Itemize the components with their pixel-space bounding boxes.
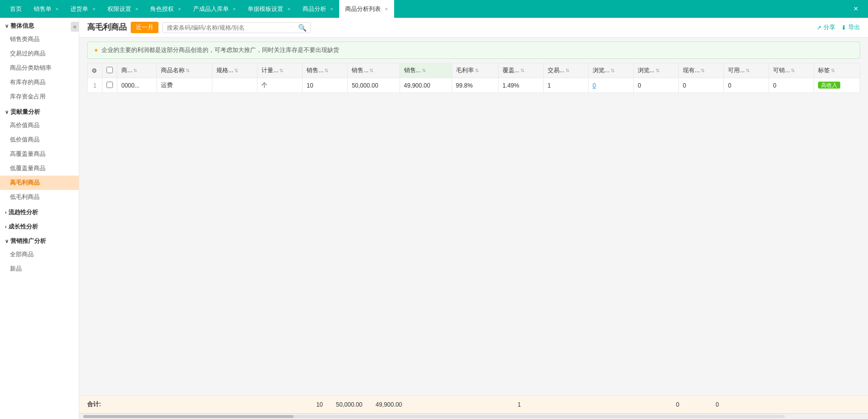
sidebar-item-new-goods[interactable]: 新品 bbox=[0, 262, 79, 276]
search-box: 🔍 bbox=[162, 22, 311, 33]
scrollbar-thumb[interactable] bbox=[83, 415, 294, 418]
row-transactions: 1 bbox=[543, 78, 588, 93]
chevron-right-icon: › bbox=[5, 224, 6, 230]
footer-cells: 10 50,000.00 49,900.00 1 0 0 bbox=[109, 401, 860, 408]
footer-saleable-stock: 0 bbox=[683, 401, 723, 408]
th-sales-qty[interactable]: 销售...⇅ bbox=[303, 63, 348, 78]
share-icon: ↗ bbox=[817, 24, 821, 31]
search-input[interactable] bbox=[167, 24, 298, 31]
nav-sales-order[interactable]: 销售单 × bbox=[28, 0, 64, 18]
th-views2[interactable]: 浏览...⇅ bbox=[633, 63, 678, 78]
row-coverage: 1.49% bbox=[498, 78, 543, 93]
info-icon: ✦ bbox=[94, 47, 99, 54]
nav-role-auth[interactable]: 角色授权 × bbox=[144, 0, 187, 18]
nav-close-icon[interactable]: × bbox=[55, 6, 58, 12]
table-header-row: ⚙ 商...⇅ 商品名称⇅ 规格...⇅ 计量...⇅ 销售...⇅ 销售...… bbox=[88, 63, 860, 78]
sidebar-item-high-value[interactable]: 高价值商品 bbox=[0, 118, 79, 133]
nav-close-icon[interactable]: × bbox=[92, 6, 95, 12]
main-layout: « ∨ 整体信息 销售类商品 交易过的商品 商品分类助销率 有库存的商品 库存资… bbox=[0, 18, 868, 419]
th-sales-amount[interactable]: 销售...⇅ bbox=[348, 63, 400, 78]
select-all-checkbox[interactable] bbox=[106, 67, 113, 73]
sidebar-item-high-coverage[interactable]: 高覆盖量商品 bbox=[0, 147, 79, 161]
nav-product-analysis[interactable]: 商品分析 × bbox=[297, 0, 339, 18]
sidebar-group-trend[interactable]: › 流趋性分析 bbox=[0, 204, 79, 219]
nav-close-icon[interactable]: × bbox=[330, 6, 333, 12]
sidebar-item-in-stock-goods[interactable]: 有库存的商品 bbox=[0, 75, 79, 90]
nav-close-icon[interactable]: × bbox=[385, 6, 388, 12]
th-gross-margin[interactable]: 毛利率⇅ bbox=[452, 63, 498, 78]
nav-product-analysis-list[interactable]: 商品分析列表 × bbox=[339, 0, 394, 18]
th-checkbox[interactable] bbox=[102, 63, 117, 78]
chevron-down-icon: ∨ bbox=[5, 238, 8, 244]
nav-product-inbound[interactable]: 产成品入库单 × bbox=[187, 0, 242, 18]
th-spec[interactable]: 规格...⇅ bbox=[212, 63, 257, 78]
sidebar-item-low-margin[interactable]: 低毛利商品 bbox=[0, 190, 79, 204]
row-checkbox-cell[interactable] bbox=[102, 78, 117, 93]
sidebar-group-contribution[interactable]: ∨ 贡献量分析 bbox=[0, 104, 79, 118]
th-coverage[interactable]: 覆盖...⇅ bbox=[498, 63, 543, 78]
filter-period-button[interactable]: 近一月 bbox=[131, 22, 158, 33]
sidebar-collapse-button[interactable]: « bbox=[71, 22, 79, 32]
footer-views1 bbox=[525, 401, 564, 408]
sidebar-item-traded-goods[interactable]: 交易过的商品 bbox=[0, 47, 79, 61]
th-views1[interactable]: 浏览...⇅ bbox=[588, 63, 633, 78]
sidebar-item-category-sales-rate[interactable]: 商品分类助销率 bbox=[0, 61, 79, 75]
th-available-stock[interactable]: 可用...⇅ bbox=[724, 63, 769, 78]
nav-home[interactable]: 首页 bbox=[4, 0, 28, 18]
row-views2: 0 bbox=[633, 78, 678, 93]
row-tag: 高收入 bbox=[814, 78, 860, 93]
row-checkbox[interactable] bbox=[106, 82, 113, 88]
close-window-button[interactable]: × bbox=[848, 0, 864, 18]
scrollbar-track[interactable] bbox=[83, 415, 785, 418]
th-settings[interactable]: ⚙ bbox=[88, 63, 102, 78]
th-sales-cost[interactable]: 销售...⇅ bbox=[400, 63, 452, 78]
th-current-stock[interactable]: 现有...⇅ bbox=[679, 63, 724, 78]
footer-sales-qty: 10 bbox=[287, 401, 327, 408]
sidebar-item-inventory-funds[interactable]: 库存资金占用 bbox=[0, 90, 79, 104]
sidebar-group-growth[interactable]: › 成长性分析 bbox=[0, 219, 79, 233]
nav-template-settings[interactable]: 单据模板设置 × bbox=[242, 0, 296, 18]
row-index: 1 bbox=[88, 78, 102, 93]
views1-link[interactable]: 0 bbox=[593, 82, 596, 89]
search-icon[interactable]: 🔍 bbox=[298, 24, 306, 32]
share-button[interactable]: ↗ 分享 bbox=[817, 23, 835, 32]
th-code[interactable]: 商...⇅ bbox=[117, 63, 157, 78]
nav-close-icon[interactable]: × bbox=[135, 6, 138, 12]
sidebar-item-sales-goods[interactable]: 销售类商品 bbox=[0, 32, 79, 47]
data-table: ⚙ 商...⇅ 商品名称⇅ 规格...⇅ 计量...⇅ 销售...⇅ 销售...… bbox=[87, 63, 860, 93]
footer-coverage bbox=[446, 401, 485, 408]
content-area: 高毛利商品 近一月 🔍 ↗ 分享 ⬇ 导出 ✦ 企业的主要的利润都是这部分商品创… bbox=[79, 18, 868, 419]
nav-close-icon[interactable]: × bbox=[233, 6, 236, 12]
footer-transactions: 1 bbox=[485, 401, 525, 408]
data-table-container[interactable]: ⚙ 商...⇅ 商品名称⇅ 规格...⇅ 计量...⇅ 销售...⇅ 销售...… bbox=[87, 63, 860, 395]
chevron-down-icon: ∨ bbox=[5, 23, 8, 29]
th-unit[interactable]: 计量...⇅ bbox=[257, 63, 303, 78]
horizontal-scrollbar[interactable] bbox=[79, 413, 868, 419]
nav-purchase-order[interactable]: 进货单 × bbox=[64, 0, 101, 18]
row-available-stock: 0 bbox=[724, 78, 769, 93]
row-saleable-stock: 0 bbox=[769, 78, 814, 93]
sidebar-item-high-margin[interactable]: 高毛利商品 bbox=[0, 176, 79, 190]
row-unit: 个 bbox=[257, 78, 303, 93]
sidebar-item-all-goods[interactable]: 全部商品 bbox=[0, 247, 79, 262]
th-name[interactable]: 商品名称⇅ bbox=[157, 63, 212, 78]
th-transactions[interactable]: 交易...⇅ bbox=[543, 63, 588, 78]
sidebar-group-marketing[interactable]: ∨ 营销推广分析 bbox=[0, 233, 79, 247]
row-name: 运费 bbox=[157, 78, 212, 93]
export-button[interactable]: ⬇ 导出 bbox=[841, 23, 860, 32]
nav-close-icon[interactable]: × bbox=[287, 6, 290, 12]
sidebar-group-overview[interactable]: ∨ 整体信息 bbox=[0, 18, 79, 32]
th-saleable-stock[interactable]: 可销...⇅ bbox=[769, 63, 814, 78]
footer-views2 bbox=[564, 401, 604, 408]
row-gross-margin: 99.8% bbox=[452, 78, 498, 93]
footer-label: 合计: bbox=[87, 400, 101, 409]
sidebar-item-low-coverage[interactable]: 低覆盖量商品 bbox=[0, 161, 79, 176]
row-sales-qty: 10 bbox=[303, 78, 348, 93]
sidebar-item-low-value[interactable]: 低价值商品 bbox=[0, 133, 79, 147]
th-tag[interactable]: 标签⇅ bbox=[814, 63, 860, 78]
chevron-right-icon: › bbox=[5, 210, 6, 215]
nav-permissions[interactable]: 权限设置 × bbox=[102, 0, 144, 18]
footer-sales-cost: 49,900.00 bbox=[366, 401, 406, 408]
nav-close-icon[interactable]: × bbox=[178, 6, 181, 12]
row-sales-amount: 50,000.00 bbox=[348, 78, 400, 93]
